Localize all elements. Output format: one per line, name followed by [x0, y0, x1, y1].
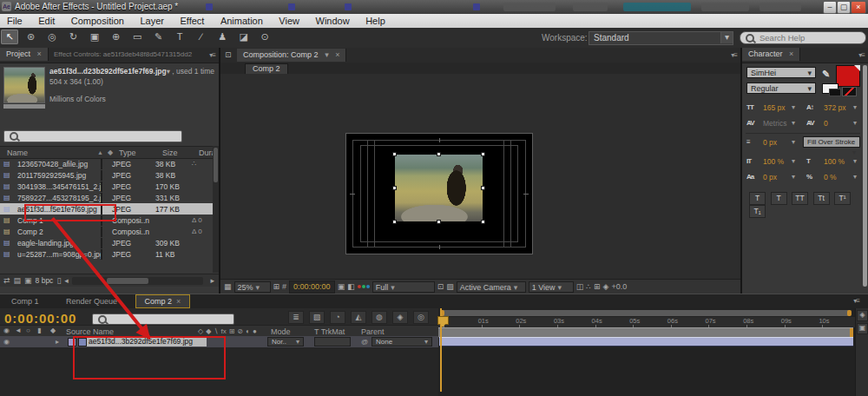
chevron-down-icon[interactable]: ▾: [853, 173, 857, 181]
selection-handle[interactable]: [392, 220, 397, 224]
eyedropper-icon[interactable]: ✎: [822, 69, 829, 80]
tab-character[interactable]: Character ×: [742, 48, 800, 61]
faux-italic-button[interactable]: T: [771, 192, 787, 205]
selection-handle[interactable]: [481, 186, 485, 190]
leading-value[interactable]: 372 px: [824, 103, 846, 112]
lock-icon[interactable]: ▮: [37, 327, 41, 334]
threed-switch-icon[interactable]: ●: [253, 327, 257, 335]
snapshot-icon[interactable]: ▣: [338, 282, 345, 291]
workspace-select[interactable]: Standard ▾: [589, 31, 733, 45]
panel-menu-icon[interactable]: ▾≡: [209, 51, 215, 59]
clone-stamp-tool[interactable]: ♟: [214, 30, 231, 44]
shy-switch-icon[interactable]: ◇: [198, 327, 203, 335]
column-name[interactable]: Name: [0, 148, 97, 157]
project-vertical-scrollbar[interactable]: [213, 146, 219, 273]
tab-project[interactable]: Project ×: [0, 48, 49, 61]
puppet-pin-tool[interactable]: ⊙: [256, 30, 273, 44]
tab-effect-controls[interactable]: Effect Controls: ae51f3deb48f8d5471315dd…: [54, 50, 193, 58]
new-folder-icon[interactable]: ▤: [14, 276, 22, 285]
close-icon[interactable]: ×: [335, 50, 339, 59]
column-type[interactable]: Type: [119, 148, 162, 157]
project-search[interactable]: [3, 130, 182, 142]
vertical-scale-value[interactable]: 100 %: [763, 157, 784, 166]
expander-icon[interactable]: ▸: [56, 338, 59, 346]
effects-switch-icon[interactable]: fx: [220, 327, 226, 335]
zoom-tool[interactable]: ◎: [43, 30, 61, 44]
column-trkmat[interactable]: T TrkMat: [314, 327, 345, 336]
close-icon[interactable]: ×: [789, 50, 793, 58]
playhead-line[interactable]: [440, 308, 442, 392]
layer-duration-bar[interactable]: [439, 337, 853, 346]
time-ruler[interactable]: 0s 01s 02s 03s 04s 05s 06s 07s 08s: [438, 317, 855, 327]
menu-item[interactable]: Layer: [133, 14, 171, 28]
pan-behind-tool[interactable]: ⊕: [108, 30, 125, 44]
region-of-interest-icon[interactable]: ⊡: [437, 282, 444, 291]
label-color-swatch[interactable]: [101, 193, 102, 203]
label-color-swatch[interactable]: [101, 182, 102, 192]
new-composition-icon[interactable]: ▣: [24, 276, 32, 285]
rulers-icon[interactable]: #: [282, 282, 286, 291]
composition-viewer[interactable]: [220, 74, 740, 279]
project-row[interactable]: ▤ 1236570428_afile.jpg JPEG 38 KB ∴: [0, 158, 213, 169]
selection-handle[interactable]: [392, 186, 397, 190]
project-row[interactable]: ▤ 3041938...345476151_2.jpg JPEG 170 KB: [0, 181, 213, 192]
minimize-button[interactable]: –: [823, 1, 837, 14]
navigator-end-handle[interactable]: [847, 310, 852, 316]
stroke-width-value[interactable]: 0 px: [763, 138, 777, 147]
chevron-down-icon[interactable]: ▾: [792, 103, 795, 111]
selection-handle[interactable]: [437, 152, 441, 156]
current-time-display[interactable]: 0:00:00:00: [4, 311, 76, 326]
view-layout-select[interactable]: 1 View▾: [529, 281, 574, 293]
brainstorm-icon[interactable]: ◈: [392, 311, 408, 324]
graph-editor-icon[interactable]: ◎: [413, 311, 429, 324]
timeline-tab[interactable]: Comp 2×: [135, 294, 191, 308]
hand-tool[interactable]: ⊛: [23, 30, 40, 44]
audio-icon[interactable]: ◄: [15, 327, 22, 334]
selection-handle[interactable]: [481, 220, 485, 224]
shape-tool[interactable]: ▭: [128, 30, 146, 44]
label-color-swatch[interactable]: [101, 227, 102, 237]
collapse-switch-icon[interactable]: ◆: [206, 327, 211, 335]
chevron-down-icon[interactable]: ▾: [325, 50, 329, 59]
menu-item[interactable]: Window: [309, 14, 357, 28]
fill-color-swatch[interactable]: [836, 65, 860, 87]
hide-shy-layers-icon[interactable]: ◔: [330, 311, 345, 324]
viewer-lock-icon[interactable]: ⊡: [225, 50, 232, 59]
transparency-grid-icon[interactable]: ▨: [446, 282, 454, 291]
work-area-end-handle[interactable]: [850, 328, 853, 337]
scroll-right-icon[interactable]: ▸: [210, 276, 214, 285]
project-row[interactable]: ▤ eagle-landing.jpg JPEG 309 KB: [0, 237, 213, 248]
pixel-aspect-icon[interactable]: ◫: [576, 282, 584, 291]
project-row[interactable]: ▤ Comp 2 Composi..n Δ 0: [0, 226, 213, 237]
trkmat-select[interactable]: [314, 337, 351, 346]
eye-icon[interactable]: ◉: [3, 327, 10, 334]
small-caps-button[interactable]: Tt: [813, 192, 830, 205]
preview-timecode[interactable]: 0:00:00:00: [289, 280, 335, 294]
chevron-down-icon[interactable]: ▾: [792, 138, 795, 146]
chevron-down-icon[interactable]: ▾: [853, 119, 857, 127]
comp-button-icon[interactable]: ▣: [857, 323, 868, 334]
tag-icon[interactable]: ◆: [108, 148, 119, 156]
show-snapshot-icon[interactable]: ◧: [347, 282, 355, 291]
selection-handle[interactable]: [392, 152, 397, 156]
camera-tool[interactable]: ▣: [86, 30, 103, 44]
selection-handle[interactable]: [437, 220, 441, 224]
column-source-name[interactable]: Source Name: [66, 327, 114, 336]
chevron-down-icon[interactable]: ▾: [792, 157, 795, 165]
menu-item[interactable]: Edit: [31, 14, 62, 28]
timeline-button-icon[interactable]: ⊞: [594, 282, 601, 291]
resolution-select[interactable]: Full▾: [372, 281, 435, 293]
no-stroke-swatch[interactable]: [842, 87, 857, 96]
trash-icon[interactable]: ▯: [56, 276, 61, 285]
menu-item[interactable]: File: [0, 14, 30, 28]
interpret-footage-icon[interactable]: ⇄: [3, 276, 10, 285]
chevron-down-icon[interactable]: ▾: [853, 157, 857, 165]
brush-tool[interactable]: ∕: [193, 30, 210, 44]
type-tool[interactable]: T: [171, 30, 188, 44]
swap-fill-stroke-icon[interactable]: [854, 65, 860, 71]
label-color-swatch[interactable]: [101, 159, 102, 169]
playhead-handle[interactable]: [437, 316, 449, 325]
font-size-value[interactable]: 165 px: [763, 103, 786, 112]
baseline-shift-value[interactable]: 0 px: [763, 173, 777, 182]
fast-preview-icon[interactable]: ∴: [586, 282, 591, 291]
